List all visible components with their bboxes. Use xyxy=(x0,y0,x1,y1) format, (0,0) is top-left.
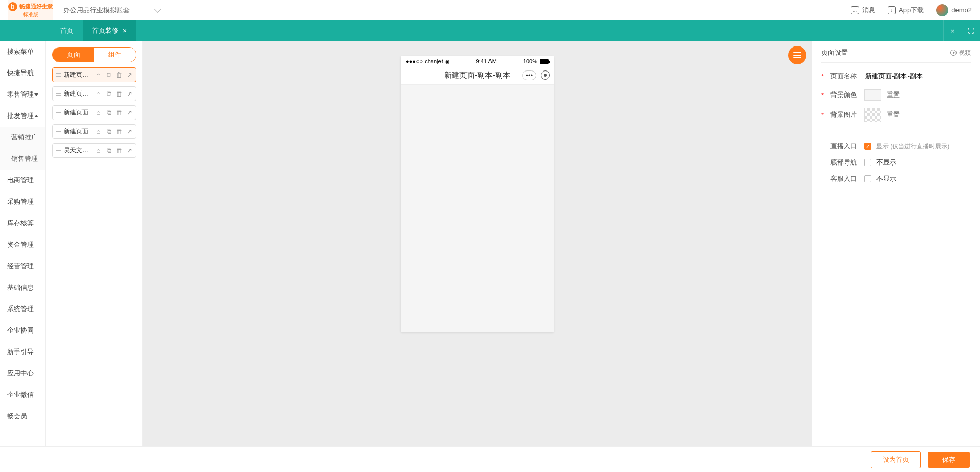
set-home-button[interactable]: 设为首页 xyxy=(871,451,921,468)
tab-bar: 首页 首页装修 × × ⛶ xyxy=(0,20,980,41)
delete-icon[interactable]: 🗑 xyxy=(115,128,122,135)
service-text: 不显示 xyxy=(876,174,896,183)
nav-funds[interactable]: 资金管理 xyxy=(0,234,45,255)
nav-wechat[interactable]: 企业微信 xyxy=(0,384,45,406)
target-icon[interactable] xyxy=(541,70,550,80)
battery-label: 100% xyxy=(523,58,537,64)
bottom-nav-checkbox[interactable] xyxy=(864,159,871,166)
live-checkbox[interactable]: ✓ xyxy=(864,143,871,150)
panel-tabs: 页面 组件 xyxy=(52,47,136,62)
status-bar: ●●●○○ chanjet ◉ 9:41 AM 100% xyxy=(401,56,554,66)
close-icon[interactable]: × xyxy=(122,27,127,34)
page-item[interactable]: 昊天文具店 ⌂⧉🗑↗ xyxy=(52,143,136,158)
home-icon[interactable]: ⌂ xyxy=(95,128,102,135)
service-label: 客服入口 xyxy=(830,174,859,183)
messages-label: 消息 xyxy=(862,6,875,15)
page-name: 新建页面-副本 xyxy=(64,89,92,98)
app-header: b 畅捷通好生意 标准版 办公用品行业模拟账套 … 消息 ↓ App下载 dem… xyxy=(0,0,980,20)
fullscreen-button[interactable]: ⛶ xyxy=(962,20,980,41)
bg-image-reset[interactable]: 重置 xyxy=(887,110,900,120)
delete-icon[interactable]: 🗑 xyxy=(115,147,122,154)
share-icon[interactable]: ↗ xyxy=(126,72,133,79)
phone-title-bar: 新建页面-副本-副本 ••• xyxy=(401,66,554,85)
nav-member[interactable]: 畅会员 xyxy=(0,406,45,427)
bg-color-reset[interactable]: 重置 xyxy=(887,90,900,100)
nav-app-center[interactable]: 应用中心 xyxy=(0,363,45,384)
phone-preview: ●●●○○ chanjet ◉ 9:41 AM 100% 新建页面-副本-副本 … xyxy=(401,56,554,332)
nav-guide[interactable]: 新手引导 xyxy=(0,341,45,363)
copy-icon[interactable]: ⧉ xyxy=(105,147,112,154)
page-name: 新建页面 xyxy=(64,127,92,136)
copy-icon[interactable]: ⧉ xyxy=(105,109,112,116)
nav-retail[interactable]: 零售管理 xyxy=(0,84,45,105)
chevron-down-icon xyxy=(154,5,161,12)
home-icon[interactable]: ⌂ xyxy=(95,90,102,98)
more-icon[interactable]: ••• xyxy=(522,70,536,80)
drag-icon[interactable] xyxy=(56,73,61,77)
bottom-nav-label: 底部导航 xyxy=(830,158,859,167)
play-icon xyxy=(950,50,957,56)
bg-color-swatch[interactable] xyxy=(864,89,881,101)
nav-quick-nav[interactable]: 快捷导航 xyxy=(0,62,45,84)
account-selector[interactable]: 办公用品行业模拟账套 xyxy=(63,6,160,15)
panel-tab-component[interactable]: 组件 xyxy=(94,48,136,62)
share-icon[interactable]: ↗ xyxy=(126,109,133,116)
user-menu[interactable]: demo2 xyxy=(936,4,972,16)
panel-tab-page[interactable]: 页面 xyxy=(53,48,94,62)
drag-icon[interactable] xyxy=(56,111,61,114)
page-item[interactable]: 新建页面-副本-副本 ⌂ ⧉ 🗑 ↗ xyxy=(52,67,136,82)
bg-color-label: 背景颜色 xyxy=(830,90,859,100)
delete-icon[interactable]: 🗑 xyxy=(115,72,122,79)
nav-search-menu[interactable]: 搜索菜单 xyxy=(0,41,45,62)
tab-close-all-button[interactable]: × xyxy=(943,20,962,41)
float-menu-button[interactable] xyxy=(788,46,806,64)
nav-basic[interactable]: 基础信息 xyxy=(0,277,45,298)
left-nav: 搜索菜单 快捷导航 零售管理 批发管理 营销推广 销售管理 电商管理 采购管理 … xyxy=(0,41,46,472)
live-hint: 显示 (仅当进行直播时展示) xyxy=(876,142,949,151)
bg-image-picker[interactable] xyxy=(864,108,881,122)
nav-marketing[interactable]: 营销推广 xyxy=(0,127,45,148)
user-name: demo2 xyxy=(951,6,972,14)
nav-wholesale[interactable]: 批发管理 xyxy=(0,105,45,127)
home-icon[interactable]: ⌂ xyxy=(95,109,102,116)
nav-enterprise[interactable]: 企业协同 xyxy=(0,320,45,341)
drag-icon[interactable] xyxy=(56,130,61,133)
messages-button[interactable]: … 消息 xyxy=(851,6,875,15)
share-icon[interactable]: ↗ xyxy=(126,147,133,154)
copy-icon[interactable]: ⧉ xyxy=(105,128,112,135)
tab-decor[interactable]: 首页装修 × xyxy=(83,20,136,41)
page-item[interactable]: 新建页面 ⌂⧉🗑↗ xyxy=(52,124,136,139)
share-icon[interactable]: ↗ xyxy=(126,90,133,98)
delete-icon[interactable]: 🗑 xyxy=(115,90,122,98)
share-icon[interactable]: ↗ xyxy=(126,128,133,135)
nav-purchase[interactable]: 采购管理 xyxy=(0,191,45,213)
app-download-button[interactable]: ↓ App下载 xyxy=(888,6,924,15)
message-icon: … xyxy=(851,6,859,14)
home-icon[interactable]: ⌂ xyxy=(95,72,102,79)
nav-inventory[interactable]: 库存核算 xyxy=(0,213,45,234)
page-panel: 页面 组件 新建页面-副本-副本 ⌂ ⧉ 🗑 ↗ 新建页面-副本 xyxy=(46,41,143,472)
drag-icon[interactable] xyxy=(56,92,61,96)
video-link[interactable]: 视频 xyxy=(950,49,971,57)
copy-icon[interactable]: ⧉ xyxy=(105,90,112,98)
nav-operation[interactable]: 经营管理 xyxy=(0,255,45,277)
logo-icon: b xyxy=(8,2,17,11)
logo-sub: 标准版 xyxy=(23,11,38,18)
service-checkbox[interactable] xyxy=(864,175,871,182)
page-name-input[interactable] xyxy=(864,70,971,82)
logo-name: 畅捷通好生意 xyxy=(19,3,53,10)
home-icon[interactable]: ⌂ xyxy=(95,147,102,154)
video-label: 视频 xyxy=(959,49,971,57)
delete-icon[interactable]: 🗑 xyxy=(115,109,122,116)
tab-home[interactable]: 首页 xyxy=(51,20,83,41)
copy-icon[interactable]: ⧉ xyxy=(105,72,112,79)
nav-sales[interactable]: 销售管理 xyxy=(0,148,45,170)
nav-system[interactable]: 系统管理 xyxy=(0,298,45,320)
phone-title: 新建页面-副本-副本 xyxy=(444,70,510,80)
save-button[interactable]: 保存 xyxy=(928,452,970,468)
page-item[interactable]: 新建页面 ⌂⧉🗑↗ xyxy=(52,105,136,120)
page-item[interactable]: 新建页面-副本 ⌂⧉🗑↗ xyxy=(52,86,136,101)
nav-ecommerce[interactable]: 电商管理 xyxy=(0,170,45,191)
drag-icon[interactable] xyxy=(56,149,61,152)
phone-body[interactable] xyxy=(401,85,554,332)
